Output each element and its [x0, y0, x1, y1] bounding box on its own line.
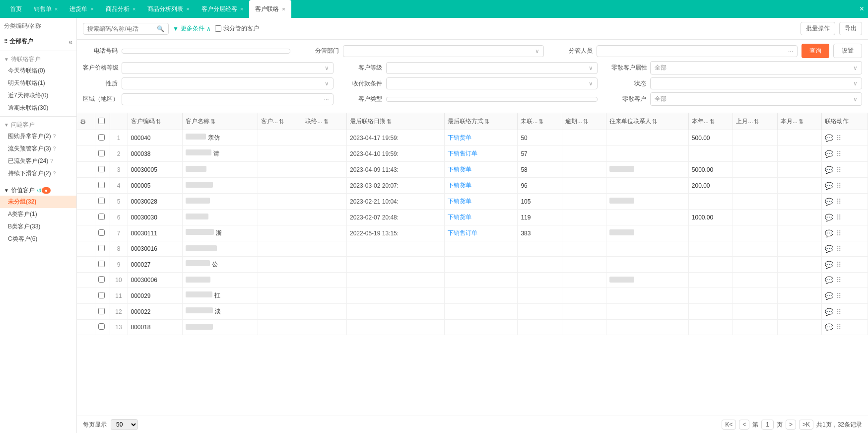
message-action-icon[interactable]: 💬 — [825, 308, 833, 316]
sidebar-item-today-pending[interactable]: 今天待联络(0) — [0, 65, 76, 77]
row-last-method-cell[interactable]: 下销货单 — [445, 178, 518, 194]
group-pending-contact[interactable]: ▼ 待联络客户 — [0, 53, 76, 65]
row-last-method-cell[interactable] — [445, 288, 518, 304]
message-action-icon[interactable]: 💬 — [825, 245, 833, 253]
message-action-icon[interactable]: 💬 — [825, 214, 833, 221]
row-checkbox-1[interactable] — [98, 150, 105, 156]
row-last-method-cell[interactable] — [445, 273, 518, 288]
contact-method-link[interactable]: 下销货单 — [448, 198, 471, 205]
row-checkbox-3[interactable] — [98, 182, 105, 188]
message-action-icon[interactable]: 💬 — [825, 166, 833, 174]
message-action-icon[interactable]: 💬 — [825, 276, 833, 284]
grid-action-icon[interactable]: ⠿ — [836, 166, 841, 174]
grid-action-icon[interactable]: ⠿ — [836, 323, 841, 331]
grid-action-icon[interactable]: ⠿ — [836, 308, 841, 316]
settings-icon[interactable]: ⚙ — [80, 118, 86, 126]
sidebar-item-abnormal-stockpile[interactable]: 囤购异常客户(2) ? — [0, 130, 76, 143]
contact-method-link[interactable]: 下销货单 — [448, 134, 471, 141]
tab-sales[interactable]: 销售单 × — [28, 0, 64, 18]
close-sales-icon[interactable]: × — [55, 6, 58, 12]
row-checkbox-2[interactable] — [98, 166, 105, 172]
row-checkbox-4[interactable] — [98, 198, 105, 204]
customer-type-select[interactable] — [386, 97, 598, 102]
tab-product-analysis-list[interactable]: 商品分析列表 × — [141, 0, 195, 18]
filter-search-icon[interactable]: 🔍 — [157, 25, 164, 32]
message-action-icon[interactable]: 💬 — [825, 150, 833, 158]
last-page-button[interactable]: >K — [799, 420, 813, 430]
contact-method-link[interactable]: 下销货单 — [448, 166, 471, 173]
row-checkbox-0[interactable] — [98, 134, 105, 141]
grid-action-icon[interactable]: ⠿ — [836, 261, 841, 269]
sidebar-item-churned[interactable]: 已流失客户(24) ? — [0, 155, 76, 167]
status-select[interactable]: ∨ — [650, 77, 862, 89]
contact-method-link[interactable]: 下销货单 — [448, 214, 471, 220]
row-last-method-cell[interactable]: 下销售订单 — [445, 146, 518, 162]
sidebar-search-input[interactable] — [4, 22, 77, 29]
phone-input[interactable] — [122, 49, 290, 54]
company-contact-col-header[interactable]: 往来单位联系人⇅ — [606, 113, 688, 130]
grid-action-icon[interactable]: ⠿ — [836, 214, 841, 221]
this-month-col-header[interactable]: 本月...⇅ — [777, 113, 822, 130]
message-action-icon[interactable]: 💬 — [825, 229, 833, 237]
dept-select[interactable]: ∨ — [343, 45, 544, 57]
row-checkbox-7[interactable] — [98, 245, 105, 251]
grid-action-icon[interactable]: ⠿ — [836, 276, 841, 284]
collapse-icon[interactable]: « — [68, 38, 72, 46]
row-last-method-cell[interactable] — [445, 241, 518, 257]
settings-col-header[interactable]: ⚙ — [77, 113, 95, 130]
row-last-method-cell[interactable]: 下销货单 — [445, 210, 518, 225]
grid-action-icon[interactable]: ⠿ — [836, 245, 841, 253]
per-page-select[interactable]: 50 20 100 — [111, 419, 138, 430]
sidebar-item-a-class[interactable]: A类客户(1) — [0, 208, 76, 220]
row-checkbox-11[interactable] — [98, 308, 105, 314]
row-last-method-cell[interactable]: 下销货单 — [445, 194, 518, 210]
sidebar-item-declining[interactable]: 持续下滑客户(2) ? — [0, 167, 76, 180]
my-customers-checkbox[interactable] — [215, 25, 221, 32]
first-page-button[interactable]: K< — [722, 420, 736, 430]
contact-col-header[interactable]: 联络...⇅ — [302, 113, 347, 130]
this-year-col-header[interactable]: 本年...⇅ — [688, 113, 733, 130]
sidebar-item-7days-pending[interactable]: 近7天待联络(0) — [0, 89, 76, 102]
close-customer-segment-icon[interactable]: × — [240, 6, 243, 12]
close-all-tabs-icon[interactable]: × — [860, 4, 864, 13]
grid-action-icon[interactable]: ⠿ — [836, 150, 841, 158]
retail-attr-select[interactable]: 全部 ∨ — [650, 61, 862, 74]
sidebar-item-c-class[interactable]: C类客户(6) — [0, 233, 76, 245]
reset-button[interactable]: 设置 — [833, 44, 862, 58]
row-last-method-cell[interactable]: 下销售订单 — [445, 225, 518, 241]
last-month-col-header[interactable]: 上月...⇅ — [733, 113, 778, 130]
close-purchase-icon[interactable]: × — [90, 6, 93, 12]
message-action-icon[interactable]: 💬 — [825, 292, 833, 300]
grid-action-icon[interactable]: ⠿ — [836, 229, 841, 237]
select-all-checkbox[interactable] — [98, 118, 105, 124]
tab-customer-segment[interactable]: 客户分层经客 × — [196, 0, 249, 18]
group-value-customers[interactable]: ▼ 价值客户 ↺ ● — [0, 184, 76, 196]
refresh-icon[interactable]: ↺ — [37, 187, 42, 194]
message-action-icon[interactable]: 💬 — [825, 134, 833, 142]
tab-purchase[interactable]: 进货单 × — [64, 0, 99, 18]
grid-action-icon[interactable]: ⠿ — [836, 182, 841, 190]
retail-customer-select[interactable]: 全部 ∨ — [650, 92, 862, 106]
payment-select[interactable]: ∨ — [386, 77, 598, 89]
gender-select[interactable]: ∨ — [122, 77, 334, 89]
customer-type-col-header[interactable]: 客户...⇅ — [258, 113, 302, 130]
name-col-header[interactable]: 客户名称⇅ — [183, 113, 258, 130]
contact-method-link[interactable]: 下销售订单 — [448, 229, 477, 236]
close-product-analysis-list-icon[interactable]: × — [186, 6, 189, 12]
prev-page-button[interactable]: < — [739, 420, 749, 430]
sidebar-item-b-class[interactable]: B类客户(33) — [0, 220, 76, 233]
message-action-icon[interactable]: 💬 — [825, 261, 833, 269]
message-action-icon[interactable]: 💬 — [825, 198, 833, 206]
row-checkbox-9[interactable] — [98, 276, 105, 283]
batch-ops-button[interactable]: 批量操作 — [801, 22, 835, 35]
message-action-icon[interactable]: 💬 — [825, 323, 833, 331]
region-input[interactable]: ··· — [122, 93, 334, 105]
row-last-method-cell[interactable] — [445, 320, 518, 335]
contact-method-link[interactable]: 下销售订单 — [448, 150, 477, 157]
row-last-method-cell[interactable] — [445, 304, 518, 320]
price-level-select[interactable]: ∨ — [122, 62, 334, 74]
row-checkbox-12[interactable] — [98, 323, 105, 330]
message-action-icon[interactable]: 💬 — [825, 182, 833, 190]
grid-action-icon[interactable]: ⠿ — [836, 292, 841, 300]
sidebar-item-churn-warning[interactable]: 流失预警客户(3) ? — [0, 143, 76, 155]
